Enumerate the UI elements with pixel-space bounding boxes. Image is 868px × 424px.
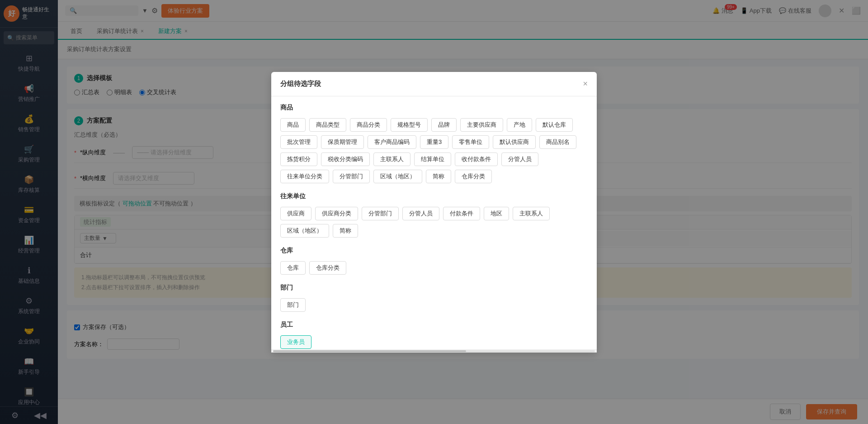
field-tag-warehouse[interactable]: 仓库 xyxy=(280,261,306,275)
field-tag-dept[interactable]: 分管部门 xyxy=(333,170,370,183)
field-tag-goods[interactable]: 商品 xyxy=(280,118,306,132)
field-tag-main-contact-partner[interactable]: 主联系人 xyxy=(513,207,550,220)
field-tag-area[interactable]: 地区 xyxy=(484,207,509,220)
section-title-goods: 商品 xyxy=(280,104,588,114)
field-tag-shortname-goods[interactable]: 简称 xyxy=(426,170,451,183)
field-tag-default-supplier[interactable]: 默认供应商 xyxy=(493,135,536,149)
field-tag-goods-category[interactable]: 商品分类 xyxy=(350,118,387,132)
partner-field-tags: 供应商 供应商分类 分管部门 分管人员 付款条件 地区 主联系人 区域（地区） … xyxy=(280,207,588,238)
modal-scrollbar-x[interactable] xyxy=(271,349,597,352)
field-tag-manage-dept[interactable]: 分管部门 xyxy=(362,207,399,220)
field-tag-region-partner[interactable]: 区域（地区） xyxy=(280,224,329,238)
section-title-staff: 员工 xyxy=(280,321,588,331)
scrollbar-thumb xyxy=(273,350,466,352)
field-tag-supervisor[interactable]: 分管人员 xyxy=(501,152,538,166)
field-tag-weight3[interactable]: 重量3 xyxy=(420,135,448,149)
field-tag-payment-terms[interactable]: 收付款条件 xyxy=(455,152,498,166)
field-tag-payment-cond[interactable]: 付款条件 xyxy=(443,207,480,220)
field-section-goods: 商品 商品 商品类型 商品分类 规格型号 品牌 主要供应商 产地 默认仓库 批次… xyxy=(280,104,588,183)
modal-dialog: 分组待选字段 × 商品 商品 商品类型 商品分类 规格型号 品牌 主要供应商 产… xyxy=(271,72,597,353)
field-tag-tax-code[interactable]: 税收分类编码 xyxy=(321,152,370,166)
modal-title: 分组待选字段 xyxy=(280,80,321,88)
warehouse-field-tags: 仓库 仓库分类 xyxy=(280,261,588,275)
field-tag-quality-mgmt[interactable]: 保质期管理 xyxy=(321,135,364,149)
field-tag-partner-category[interactable]: 往来单位分类 xyxy=(280,170,329,183)
field-tag-manage-person[interactable]: 分管人员 xyxy=(402,207,439,220)
field-tag-brand[interactable]: 品牌 xyxy=(431,118,457,132)
field-section-warehouse: 仓库 仓库 仓库分类 xyxy=(280,247,588,275)
section-title-partner: 往来单位 xyxy=(280,192,588,202)
field-tag-region-goods[interactable]: 区域（地区） xyxy=(373,170,422,183)
field-tag-main-supplier[interactable]: 主要供应商 xyxy=(460,118,503,132)
modal-overlay: 分组待选字段 × 商品 商品 商品类型 商品分类 规格型号 品牌 主要供应商 产… xyxy=(0,0,868,424)
goods-field-tags: 商品 商品类型 商品分类 规格型号 品牌 主要供应商 产地 默认仓库 批次管理 … xyxy=(280,118,588,183)
field-tag-settlement-unit[interactable]: 结算单位 xyxy=(414,152,451,166)
field-tag-main-contact[interactable]: 主联系人 xyxy=(373,152,410,166)
field-section-dept: 部门 部门 xyxy=(280,284,588,312)
field-tag-pick-score[interactable]: 拣货积分 xyxy=(280,152,317,166)
section-title-warehouse: 仓库 xyxy=(280,247,588,257)
field-tag-goods-type[interactable]: 商品类型 xyxy=(309,118,346,132)
field-tag-warehouse-cat[interactable]: 仓库分类 xyxy=(309,261,346,275)
field-tag-default-warehouse[interactable]: 默认仓库 xyxy=(536,118,573,132)
field-tag-supplier-category[interactable]: 供应商分类 xyxy=(315,207,358,220)
field-tag-goods-alias[interactable]: 商品别名 xyxy=(539,135,576,149)
field-tag-retail-unit[interactable]: 零售单位 xyxy=(452,135,489,149)
field-tag-origin[interactable]: 产地 xyxy=(507,118,532,132)
field-tag-spec-model[interactable]: 规格型号 xyxy=(391,118,428,132)
field-section-staff: 员工 业务员 xyxy=(280,321,588,349)
field-tag-batch-mgmt[interactable]: 批次管理 xyxy=(280,135,317,149)
field-tag-department[interactable]: 部门 xyxy=(280,298,306,312)
field-tag-warehouse-category-goods[interactable]: 仓库分类 xyxy=(455,170,492,183)
field-tag-salesperson[interactable]: 业务员 xyxy=(280,335,311,349)
staff-field-tags: 业务员 xyxy=(280,335,588,349)
scrollbar-track xyxy=(273,350,595,352)
field-section-partner: 往来单位 供应商 供应商分类 分管部门 分管人员 付款条件 地区 主联系人 区域… xyxy=(280,192,588,238)
modal-close-button[interactable]: × xyxy=(583,79,588,89)
section-title-dept: 部门 xyxy=(280,284,588,294)
field-tag-shortname-partner[interactable]: 简称 xyxy=(333,224,358,238)
field-tag-supplier[interactable]: 供应商 xyxy=(280,207,311,220)
dept-field-tags: 部门 xyxy=(280,298,588,312)
field-tag-customer-code[interactable]: 客户商品编码 xyxy=(368,135,416,149)
modal-header: 分组待选字段 × xyxy=(271,72,597,96)
modal-body: 商品 商品 商品类型 商品分类 规格型号 品牌 主要供应商 产地 默认仓库 批次… xyxy=(271,96,597,350)
